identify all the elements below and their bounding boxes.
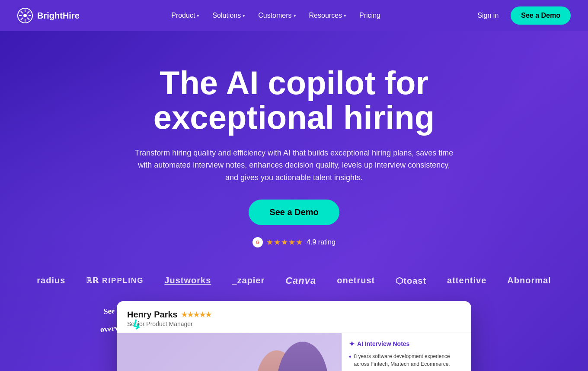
brand-rippling: ℝℝ RIPPLING (86, 276, 144, 285)
brand-radius: radius (37, 276, 65, 285)
hero-title: The AI copilot for exceptional hiring (134, 66, 454, 135)
preview-section: See 1 min overview ↳ Henry Parks ★★★★★ S… (0, 301, 588, 371)
person-silhouette-2 (277, 342, 329, 371)
navigation: BrightHire Product ▾ Solutions ▾ Custome… (0, 0, 588, 31)
nav-right: Sign in See a Demo (472, 6, 571, 25)
logo-icon (17, 8, 33, 23)
brand-attentive: attentive (447, 276, 486, 285)
card-header: Henry Parks ★★★★★ Senior Product Manager (117, 301, 471, 333)
overview-annotation: See 1 min overview ↳ (99, 305, 141, 335)
chevron-down-icon: ▾ (344, 13, 346, 19)
svg-line-8 (27, 11, 29, 13)
nav-pricing[interactable]: Pricing (354, 8, 386, 23)
nav-resources[interactable]: Resources ▾ (304, 8, 352, 23)
chevron-down-icon: ▾ (243, 13, 245, 19)
nav-links: Product ▾ Solutions ▾ Customers ▾ Resour… (166, 8, 386, 23)
hero-subtitle: Transform hiring quality and efficiency … (134, 147, 454, 184)
brand-abnormal: Abnormal (507, 276, 551, 285)
candidate-job-title: Senior Product Manager (127, 320, 461, 327)
sign-in-link[interactable]: Sign in (472, 8, 504, 23)
card-body: ✦ AI Interview Notes • 8 years software … (117, 333, 471, 371)
brand-toast: ⬡toast (396, 276, 426, 286)
svg-line-9 (21, 18, 23, 20)
nav-solutions[interactable]: Solutions ▾ (207, 8, 250, 23)
video-panel (117, 333, 342, 371)
g2-icon: G (252, 237, 263, 247)
brand-canva: Canva (285, 275, 316, 286)
rating-text: 4.9 rating (307, 238, 336, 246)
svg-point-1 (23, 14, 27, 17)
nav-demo-button[interactable]: See a Demo (511, 6, 571, 25)
candidate-card: Henry Parks ★★★★★ Senior Product Manager… (117, 301, 471, 371)
candidate-name: Henry Parks ★★★★★ (127, 310, 461, 320)
sparkle-icon: ✦ (349, 340, 355, 348)
nav-customers[interactable]: Customers ▾ (253, 8, 301, 23)
chevron-down-icon: ▾ (197, 13, 199, 19)
logo-bar: radius ℝℝ RIPPLING Justworks _zapier Can… (0, 265, 588, 297)
hero-content: The AI copilot for exceptional hiring Tr… (117, 31, 471, 265)
svg-line-7 (27, 18, 29, 20)
star-icons: ★★★★★ (266, 238, 303, 247)
rating-row: G ★★★★★ 4.9 rating (134, 237, 454, 247)
bullet-icon: • (349, 352, 352, 362)
candidate-rating-stars: ★★★★★ (181, 311, 211, 319)
logo-text: BrightHire (37, 11, 80, 21)
notes-panel: ✦ AI Interview Notes • 8 years software … (342, 333, 471, 371)
brand-onetrust: onetrust (337, 276, 375, 285)
logo-bar-inner: radius ℝℝ RIPPLING Justworks _zapier Can… (37, 275, 551, 286)
note-item-1: • 8 years software development experienc… (349, 352, 464, 368)
logo[interactable]: BrightHire (17, 8, 80, 23)
hero-section: The AI copilot for exceptional hiring Tr… (0, 31, 588, 371)
chevron-down-icon: ▾ (294, 13, 296, 19)
svg-line-6 (21, 11, 23, 13)
video-placeholder (117, 333, 342, 371)
notes-title: ✦ AI Interview Notes (349, 340, 464, 348)
nav-product[interactable]: Product ▾ (166, 8, 205, 23)
hero-demo-button[interactable]: See a Demo (249, 200, 339, 225)
brand-zapier: _zapier (232, 276, 265, 285)
brand-justworks: Justworks (164, 276, 211, 285)
